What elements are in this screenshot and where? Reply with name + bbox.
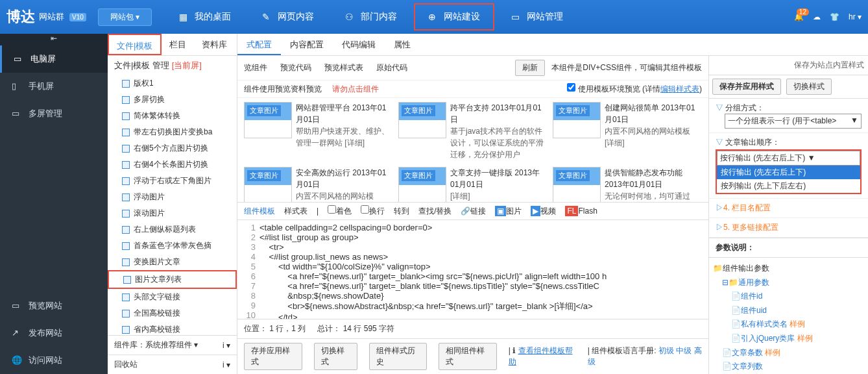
config-tabs: 式配置 内容配置 代码编辑 属性 [237,34,868,56]
tab-resource[interactable]: 资料库 [194,34,235,55]
preview-area: 网站群管理平台 2013年01月01日帮助用户快速开发、维护、管理一群网站 [详… [237,98,708,202]
tree-jquery[interactable]: 📄引入jQuery类库 样例 [713,332,864,346]
sidebar-visit[interactable]: 🌐访问网站 [0,347,108,374]
flash-button[interactable]: FLFlash [565,206,597,216]
env-checkbox[interactable] [567,83,575,92]
tree-comp-id[interactable]: 📄组件id [713,290,864,304]
file-header: 文件|模板 管理 [当前屏] [108,56,237,75]
tab-style-config[interactable]: 式配置 [237,34,281,55]
switch-style-button[interactable]: 切换样式 [314,343,357,370]
file-item[interactable]: 省内高校链接 [108,321,237,335]
sidebar-preview[interactable]: ▭预览网站 [0,292,108,319]
file-item[interactable]: 右上侧纵标题列表 [108,221,237,238]
file-list: 版权1多屏切换简体繁体转换带左右切换图片变换ba右侧5个方点图片切换右侧4个长条… [108,75,237,335]
save-style-button[interactable]: 保存并应用样式 [712,79,781,95]
file-item[interactable]: 右侧5个方点图片切换 [108,140,237,156]
file-item[interactable]: 浮动图片 [108,189,237,205]
code-editor[interactable]: 12345678910 <table cellpadding=2 cellspa… [237,220,708,319]
version-tag: V10 [69,13,86,21]
nav-build[interactable]: ⊕网站建设 [414,3,494,31]
file-item[interactable]: 变换图片文章 [108,254,237,270]
section-4[interactable]: ▷4. 栏目名配置 [709,199,868,218]
org-icon: ⚇ [345,12,356,22]
order-dropdown[interactable]: 按行输出 (先左右后上下) ▼ 按行输出 (先左右后上下) 按列输出 (先上下后… [716,149,862,194]
file-item[interactable]: 头部文字链接 [108,289,237,305]
save-apply-button[interactable]: 存并应用样式 [244,343,302,370]
file-item[interactable]: 浮动于右或左下角图片 [108,173,237,189]
user-menu[interactable]: hr ▾ [849,12,862,21]
video-button[interactable]: ▶视频 [531,206,556,217]
sidebar-mobile-screen[interactable]: ▯手机屏 [0,73,108,100]
goto-button[interactable]: 转到 [394,206,409,217]
tree-comp-uid[interactable]: 📄组件uid [713,304,864,318]
same-comp-button[interactable]: 相同组件样式 [439,343,497,370]
nav-manage[interactable]: ▭网站管理 [496,2,579,32]
topbar: 博达 网站群 V10 网站包 ▾ ▦我的桌面 ✎网页内容 ⚇部门内容 ⊕网站建设… [0,0,868,34]
shirt-icon[interactable]: 👕 [830,12,839,21]
recycle-bin[interactable]: 回收站i ▾ [108,355,237,374]
tab-properties[interactable]: 属性 [385,34,420,55]
tree-article-cols[interactable]: 📄文章列数 [713,360,864,374]
refresh-button[interactable]: 刷新 [515,60,545,76]
order-opt-row[interactable]: 按行输出 (先左右后上下) [717,166,860,179]
file-item[interactable]: 滚动图片 [108,205,237,221]
subtab-preview-css[interactable]: 预览样式表 [324,62,363,73]
component-lib[interactable]: 组件库：系统推荐组件 ▾i ▾ [108,335,237,355]
level-mid[interactable]: 中级 [676,346,692,355]
tab-code-edit[interactable]: 代码编辑 [333,34,385,55]
file-item[interactable]: 带左右切换图片变换ba [108,124,237,140]
preview-tabs-row: 览组件 预览代码 预览样式表 原始代码 刷新 本组件是DIV+CSS组件，可编辑… [237,56,708,81]
color-checkbox[interactable] [328,205,336,214]
bell-icon[interactable]: 🔔12 [794,12,804,21]
file-item[interactable]: 首条蓝色字体带灰色摘 [108,238,237,254]
tab-file-template[interactable]: 文件|模板 [108,34,162,55]
help-link[interactable]: 查看组件模板帮助 [509,346,573,366]
preview-card[interactable]: 安全高效的运行 2013年01月01日内置不同风格的网站模 [244,167,392,202]
tab-column[interactable]: 栏目 [162,34,194,55]
nav-desktop[interactable]: ▦我的桌面 [163,2,247,32]
preview-card[interactable]: 文章支持一键排版 2013年01月01日[详细] [398,167,546,202]
preview-card[interactable]: 创建网站很简单 2013年01月01日内置不同风格的网站模板 [详细] [553,102,701,160]
subtab-raw-code[interactable]: 原始代码 [376,62,407,73]
cloud-icon[interactable]: ☁ [813,12,821,21]
switch-style-button2[interactable]: 切换样式 [786,79,832,95]
file-item[interactable]: 多屏切换 [108,92,237,108]
section-5[interactable]: ▷5. 更多链接配置 [709,218,868,238]
preview-card[interactable]: 网站群管理平台 2013年01月01日帮助用户快速开发、维护、管理一群网站 [详… [244,102,392,160]
wrap-checkbox[interactable] [361,205,369,214]
group-select[interactable]: 一个分组表示一行 (用于<table>▼ [725,114,862,129]
file-item[interactable]: 全国高校链接 [108,305,237,321]
collapse-button[interactable]: ⇤ [0,34,108,45]
nav-content[interactable]: ✎网页内容 [247,2,330,32]
find-button[interactable]: 查找/替换 [418,206,452,217]
file-item[interactable]: 右侧4个长条图片切换 [108,156,237,173]
save-as-site-style[interactable]: 保存为站点内置样式 [709,56,868,75]
tab-stylesheet[interactable]: 样式表 [284,206,307,217]
link-button[interactable]: 🔗链接 [461,206,486,217]
edit-stylesheet-link[interactable]: 编辑样式表 [660,84,699,94]
left-sidebar: ⇤ ▭电脑屏 ▯手机屏 ▭多屏管理 ▭预览网站 ↗发布网站 🌐访问网站 [0,34,108,374]
subtab-preview-comp[interactable]: 览组件 [244,62,267,73]
subtab-preview-code[interactable]: 预览代码 [280,62,311,73]
publish-icon: ↗ [12,328,22,338]
preview-card[interactable]: 提供智能静态发布功能 2013年01月01日无论何时何地，均可通过 [553,167,701,202]
tree-article-count[interactable]: 📄文章条数 样例 [713,346,864,360]
image-button[interactable]: ▣图片 [495,206,522,217]
site-package-dropdown[interactable]: 网站包 ▾ [98,8,152,26]
sidebar-publish[interactable]: ↗发布网站 [0,319,108,347]
sidebar-desktop-screen[interactable]: ▭电脑屏 [0,45,108,73]
preview-card[interactable]: 跨平台支持 2013年01月01日基于java技术跨平台的软件设计，可以保证系统… [398,102,546,160]
tab-comp-template[interactable]: 组件模板 [244,206,275,217]
sidebar-multi-screen[interactable]: ▭多屏管理 [0,100,108,127]
file-item[interactable]: 版权1 [108,75,237,92]
tree-common[interactable]: ⊟📁通用参数 [713,276,864,290]
file-item[interactable]: 简体繁体转换 [108,108,237,124]
order-opt-col[interactable]: 按列输出 (先上下后左右) [717,179,860,193]
file-item[interactable]: 图片文章列表 [108,270,237,289]
tab-content-config[interactable]: 内容配置 [281,34,333,55]
level-basic[interactable]: 初级 [658,346,674,355]
history-button[interactable]: 组件样式历史 [369,343,428,370]
nav-dept[interactable]: ⚇部门内容 [330,2,413,32]
tree-root[interactable]: 📁组件输出参数 [713,262,864,276]
tree-private-style[interactable]: 📄私有样式类名 样例 [713,318,864,332]
